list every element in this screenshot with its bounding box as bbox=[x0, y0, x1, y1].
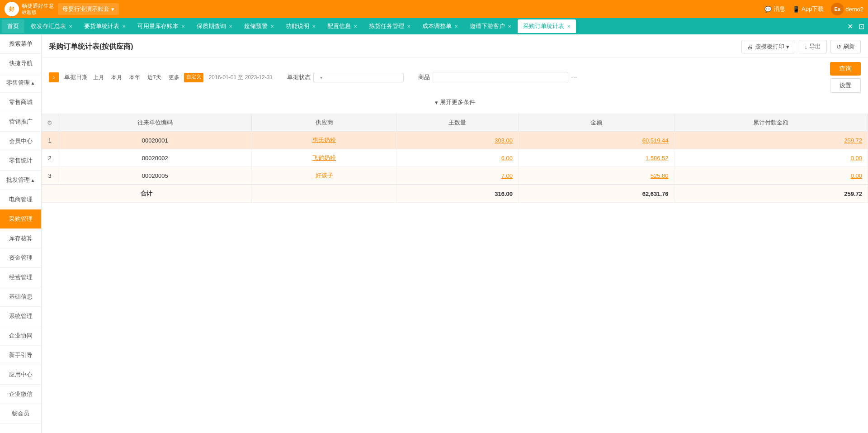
row-1-paid-link[interactable]: 259.72 bbox=[844, 137, 862, 144]
logo-sub-text: 标题版 bbox=[22, 10, 54, 15]
tab-chengben-close[interactable]: ✕ bbox=[454, 24, 458, 29]
sidebar-member-label: 会员中心 bbox=[9, 137, 33, 145]
tab-shoufacun-label: 收发存汇总表 bbox=[31, 22, 66, 30]
tab-shoufacun-close[interactable]: ✕ bbox=[69, 24, 72, 29]
sidebar-item-quicknav[interactable]: 快捷导航 bbox=[0, 54, 41, 73]
tab-jianhuo[interactable]: 拣货任务管理 ✕ bbox=[363, 19, 416, 33]
sidebar-item-retail-stats[interactable]: 零售统计 bbox=[0, 151, 41, 171]
table-row[interactable]: 3 00020005 好孩子 7.00 525.80 bbox=[42, 167, 868, 185]
tab-caigou-close[interactable]: ✕ bbox=[567, 24, 571, 29]
sidebar-item-vip[interactable]: 畅会员 bbox=[0, 404, 41, 423]
goods-filter-input[interactable] bbox=[433, 72, 568, 83]
table-settings-icon[interactable]: ⚙ bbox=[47, 119, 52, 126]
table-row[interactable]: 2 00020002 飞鹤奶粉 6.00 1,586.52 bbox=[42, 149, 868, 167]
tab-peizhi[interactable]: 配置信息 ✕ bbox=[322, 19, 363, 33]
tab-baozhi-close[interactable]: ✕ bbox=[229, 24, 232, 29]
row-3-supplier-link[interactable]: 好孩子 bbox=[316, 172, 333, 179]
sidebar-item-ecommerce[interactable]: 电商管理 bbox=[0, 190, 41, 209]
tab-jianhuo-close[interactable]: ✕ bbox=[407, 24, 410, 29]
row-2-amount-link[interactable]: 1,586.52 bbox=[646, 155, 669, 162]
date-last-month[interactable]: 上月 bbox=[90, 73, 107, 82]
row-1-qty-link[interactable]: 303.00 bbox=[495, 137, 513, 144]
sidebar-ecommerce-label: 电商管理 bbox=[9, 195, 33, 204]
date-more[interactable]: 更多 bbox=[166, 73, 182, 82]
row-2-supplier-link[interactable]: 飞鹤奶粉 bbox=[312, 154, 336, 161]
row-1-supplier-link[interactable]: 惠氏奶粉 bbox=[312, 137, 336, 143]
query-button[interactable]: 查询 bbox=[830, 62, 861, 76]
date-this-month[interactable]: 本月 bbox=[108, 73, 125, 82]
settings-button[interactable]: 设置 bbox=[830, 78, 861, 93]
th-paid: 累计付款金额 bbox=[674, 114, 868, 132]
query-actions: 查询 设置 bbox=[830, 62, 861, 93]
tab-yaohuo[interactable]: 要货单统计表 ✕ bbox=[79, 19, 131, 33]
sidebar-item-retail-shop[interactable]: 零售商城 bbox=[0, 93, 41, 112]
row-2-paid: 0.00 bbox=[674, 149, 868, 167]
tab-kuyongliang[interactable]: 可用量库存账本 ✕ bbox=[132, 19, 190, 33]
sidebar-item-basics[interactable]: 基础信息 bbox=[0, 287, 41, 307]
page-title: 采购订单统计表(按供应商) bbox=[49, 42, 133, 52]
expand-more-label: 展开更多条件 bbox=[440, 98, 475, 106]
breadcrumb-chevron-icon: ▾ bbox=[111, 6, 114, 13]
tab-home[interactable]: 首页 bbox=[2, 19, 24, 33]
nav-end-buttons: ✕ ⊡ bbox=[845, 21, 866, 32]
refresh-button[interactable]: ↺ 刷新 bbox=[830, 40, 861, 53]
tab-chengben[interactable]: 成本调整单 ✕ bbox=[417, 19, 463, 33]
sidebar-item-collab[interactable]: 企业协同 bbox=[0, 326, 41, 346]
sidebar-item-marketing[interactable]: 营销推广 bbox=[0, 112, 41, 132]
sidebar-item-operations[interactable]: 经营管理 bbox=[0, 268, 41, 287]
sidebar-item-inventory[interactable]: 库存核算 bbox=[0, 229, 41, 248]
content-area: 采购订单统计表(按供应商) 🖨 按模板打印 ▾ ↓ 导出 ↺ 刷新 bbox=[42, 34, 868, 433]
sidebar-item-wholesale[interactable]: 批发管理 ▲ bbox=[0, 171, 41, 190]
expand-more-button[interactable]: ▾ 展开更多条件 bbox=[432, 95, 478, 109]
tab-baozhi[interactable]: 保质期查询 ✕ bbox=[191, 19, 238, 33]
logo-text: 畅捷通好生意 标题版 bbox=[22, 3, 54, 15]
tab-shoufacun[interactable]: 收发存汇总表 ✕ bbox=[25, 19, 78, 33]
tab-baozhi-label: 保质期查询 bbox=[197, 22, 226, 30]
sidebar-item-newbie[interactable]: 新手引导 bbox=[0, 346, 41, 365]
tab-jianhuo-label: 拣货任务管理 bbox=[369, 22, 404, 30]
tab-peizhi-close[interactable]: ✕ bbox=[354, 24, 357, 29]
row-1-amount-link[interactable]: 60,519.44 bbox=[642, 137, 669, 144]
table-row[interactable]: 1 00020001 惠氏奶粉 303.00 60,519.44 bbox=[42, 132, 868, 149]
row-3-amount-link[interactable]: 525.80 bbox=[651, 172, 669, 179]
sidebar-item-member[interactable]: 会员中心 bbox=[0, 132, 41, 151]
goods-more-icon[interactable]: ··· bbox=[571, 73, 577, 81]
tab-caigou-active[interactable]: 采购订单统计表 ✕ bbox=[518, 19, 576, 33]
row-2-qty-link[interactable]: 6.00 bbox=[501, 155, 513, 162]
row-3-qty-link[interactable]: 7.00 bbox=[501, 172, 513, 179]
export-button[interactable]: ↓ 导出 bbox=[799, 40, 827, 53]
filter-toggle-button[interactable]: › bbox=[49, 72, 59, 82]
page-content: 采购订单统计表(按供应商) 🖨 按模板打印 ▾ ↓ 导出 ↺ 刷新 bbox=[42, 34, 868, 433]
sidebar-item-finance[interactable]: 资金管理 bbox=[0, 248, 41, 268]
status-select[interactable]: ▾ bbox=[313, 73, 404, 82]
sidebar-item-purchase[interactable]: 采购管理 bbox=[0, 209, 41, 229]
row-2-paid-link[interactable]: 0.00 bbox=[851, 155, 862, 162]
print-button[interactable]: 🖨 按模板打印 ▾ bbox=[741, 40, 795, 53]
tab-yaoqing[interactable]: 邀请下游客户 ✕ bbox=[464, 19, 517, 33]
tab-chaochu-close[interactable]: ✕ bbox=[270, 24, 274, 29]
user-profile[interactable]: Ea demo2 bbox=[831, 3, 863, 15]
tab-yaohuo-close[interactable]: ✕ bbox=[122, 24, 126, 29]
row-3-amount: 525.80 bbox=[519, 167, 675, 185]
app-download-button[interactable]: 📱 App下载 bbox=[793, 5, 824, 13]
tab-kuyongliang-close[interactable]: ✕ bbox=[181, 24, 185, 29]
nav-close-icon[interactable]: ✕ bbox=[845, 21, 855, 32]
sidebar-basics-label: 基础信息 bbox=[9, 293, 33, 301]
row-2-code: 00020002 bbox=[58, 149, 252, 167]
sidebar-item-wechat[interactable]: 企业微信 bbox=[0, 385, 41, 404]
breadcrumb-dropdown[interactable]: 母婴行业演示账套 ▾ bbox=[58, 3, 119, 15]
nav-maximize-icon[interactable]: ⊡ bbox=[857, 21, 866, 32]
tab-chaochu[interactable]: 超储预警 ✕ bbox=[239, 19, 279, 33]
sidebar-item-system[interactable]: 系统管理 bbox=[0, 307, 41, 326]
sidebar-item-appcenter[interactable]: 应用中心 bbox=[0, 365, 41, 385]
row-3-paid-link[interactable]: 0.00 bbox=[851, 172, 862, 179]
sidebar-item-retail-mgmt[interactable]: 零售管理 ▲ bbox=[0, 73, 41, 93]
date-7days[interactable]: 近7天 bbox=[145, 73, 164, 82]
date-custom-badge[interactable]: 自定义 bbox=[184, 73, 203, 82]
tab-yaoqing-close[interactable]: ✕ bbox=[508, 24, 511, 29]
sidebar-item-search[interactable]: 搜索菜单 bbox=[0, 34, 41, 54]
date-this-year[interactable]: 本年 bbox=[127, 73, 143, 82]
message-button[interactable]: 💬 消息 bbox=[764, 5, 785, 13]
tab-gongneng[interactable]: 功能说明 ✕ bbox=[280, 19, 321, 33]
tab-gongneng-close[interactable]: ✕ bbox=[312, 24, 316, 29]
